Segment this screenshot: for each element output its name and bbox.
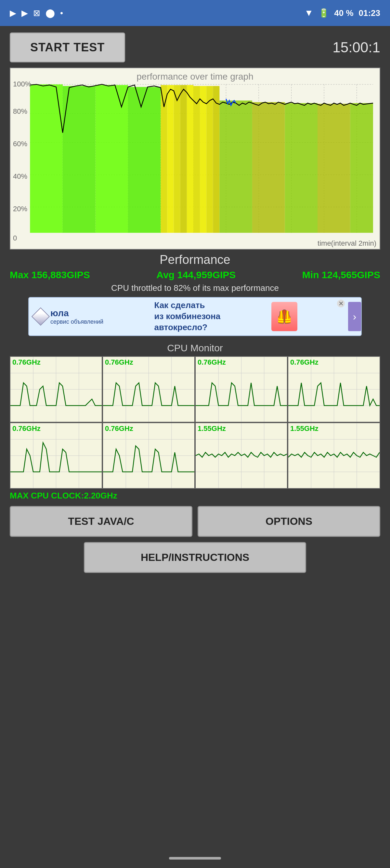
cpu-graph-3 (196, 357, 287, 422)
perf-min: Min 124,565GIPS (302, 270, 380, 280)
y-label-20: 20% (13, 205, 27, 213)
time-label: time(interval 2min) (318, 239, 377, 248)
time-display: 01:23 (359, 8, 381, 18)
perf-label-container: Performance (10, 253, 380, 267)
svg-rect-31 (318, 104, 350, 233)
ad-title: Как сделать (154, 300, 220, 311)
bottom-nav-pill (169, 857, 221, 860)
ad-logo: юла сервис объявлений (34, 308, 103, 325)
cpu-cell-1: 0.76GHz (10, 357, 102, 422)
svg-rect-25 (200, 86, 206, 233)
cpu-cell-4: 0.76GHz (288, 357, 380, 422)
svg-rect-32 (350, 103, 373, 233)
cpu-graph-1 (10, 357, 102, 422)
cpu-freq-7: 1.55GHz (198, 425, 226, 433)
status-right: ▼ 🔋 40 % 01:23 (304, 8, 380, 18)
graph-title: performance over time graph (137, 71, 253, 82)
cpu-freq-2: 0.76GHz (105, 358, 133, 367)
svg-rect-19 (160, 85, 167, 233)
test-java-c-button[interactable]: TEST JAVA/C (10, 506, 192, 537)
cpu-graph-7 (196, 423, 287, 488)
ad-text: Как сделать из комбинезона автокресло? (154, 300, 220, 333)
throttle-text: CPU throttled to 82% of its max performa… (10, 283, 380, 293)
battery-percentage: 40 % (334, 8, 353, 18)
bottom-nav-bar (0, 848, 390, 868)
status-icons: ▶ ▶ ⊠ ⬤ • (10, 8, 63, 18)
perf-max: Max 156,883GIPS (10, 270, 90, 280)
ad-arrow-icon[interactable]: › (348, 302, 361, 331)
cpu-freq-8: 1.55GHz (290, 425, 319, 433)
dot-icon: • (60, 8, 63, 18)
svg-rect-21 (174, 85, 180, 233)
cpu-graph-6 (103, 423, 194, 488)
cpu-graph-4 (288, 357, 380, 422)
performance-graph: performance over time graph 100% 80% 60%… (10, 68, 380, 250)
cpu-grid: 0.76GHz 0.76GHz (10, 356, 380, 489)
cpu-freq-1: 0.76GHz (12, 358, 41, 367)
battery-icon: 🔋 (319, 8, 329, 18)
svg-rect-18 (128, 87, 161, 233)
svg-rect-17 (95, 85, 128, 233)
graph-svg (10, 68, 380, 249)
svg-rect-29 (252, 102, 285, 233)
ad-subtitle: из комбинезона (154, 311, 220, 322)
max-cpu-label: MAX CPU CLOCK:2.20GHz (10, 491, 380, 501)
ad-image: 🦺 (271, 302, 297, 331)
ad-subtitle2: автокресло? (154, 322, 220, 333)
svg-rect-20 (168, 85, 174, 233)
bottom-buttons: TEST JAVA/C OPTIONS (10, 506, 380, 537)
svg-rect-27 (213, 86, 219, 233)
ad-diamond-icon (32, 307, 50, 326)
svg-rect-26 (206, 86, 213, 233)
svg-rect-22 (180, 85, 187, 233)
perf-stats: Max 156,883GIPS Avg 144,959GIPS Min 124,… (10, 270, 380, 280)
y-label-100: 100% (13, 80, 31, 88)
y-label-40: 40% (13, 172, 27, 181)
youtube-icon: ▶ (10, 8, 16, 18)
cpu-cell-3: 0.76GHz (196, 357, 287, 422)
help-instructions-button[interactable]: HELP/INSTRUCTIONS (84, 542, 306, 573)
cpu-freq-5: 0.76GHz (12, 425, 41, 433)
youtube2-icon: ▶ (22, 8, 28, 18)
start-test-button[interactable]: START TEST (10, 32, 125, 62)
android-icon: ⬤ (46, 8, 55, 18)
svg-rect-28 (219, 100, 252, 233)
top-bar: START TEST 15:00:1 (10, 32, 380, 62)
cpu-cell-7: 1.55GHz (196, 423, 287, 488)
cpu-freq-4: 0.76GHz (290, 358, 319, 367)
wifi-icon: ▼ (304, 8, 313, 18)
options-button[interactable]: OPTIONS (198, 506, 380, 537)
cpu-cell-5: 0.76GHz (10, 423, 102, 488)
cpu-cell-8: 1.55GHz (288, 423, 380, 488)
ad-brand-name: юла (50, 308, 103, 318)
file-icon: ⊠ (33, 8, 40, 18)
cpu-cell-2: 0.76GHz (103, 357, 194, 422)
svg-rect-23 (187, 85, 193, 233)
cpu-freq-6: 0.76GHz (105, 425, 133, 433)
ad-close-button[interactable]: ✕ (337, 300, 345, 307)
status-bar: ▶ ▶ ⊠ ⬤ • ▼ 🔋 40 % 01:23 (0, 0, 390, 26)
ad-brand-tagline: сервис объявлений (50, 318, 103, 325)
y-label-80: 80% (13, 107, 27, 116)
y-label-0: 0 (13, 234, 17, 242)
timer-display: 15:00:1 (332, 39, 380, 56)
y-label-60: 60% (13, 140, 27, 148)
ad-banner[interactable]: юла сервис объявлений Как сделать из ком… (28, 297, 362, 336)
svg-rect-30 (285, 103, 318, 233)
cpu-graph-8 (288, 423, 380, 488)
main-content: START TEST 15:00:1 performance over time… (0, 26, 390, 589)
cpu-graph-5 (10, 423, 102, 488)
svg-rect-15 (30, 85, 63, 233)
cpu-monitor-label: CPU Monitor (10, 343, 380, 353)
ad-brand: юла сервис объявлений (50, 308, 103, 325)
cpu-freq-3: 0.76GHz (198, 358, 226, 367)
svg-rect-16 (63, 86, 95, 233)
performance-label: Performance (10, 253, 380, 267)
perf-avg: Avg 144,959GIPS (156, 270, 236, 280)
cpu-graph-2 (103, 357, 194, 422)
svg-rect-24 (193, 86, 200, 233)
cpu-cell-6: 0.76GHz (103, 423, 194, 488)
